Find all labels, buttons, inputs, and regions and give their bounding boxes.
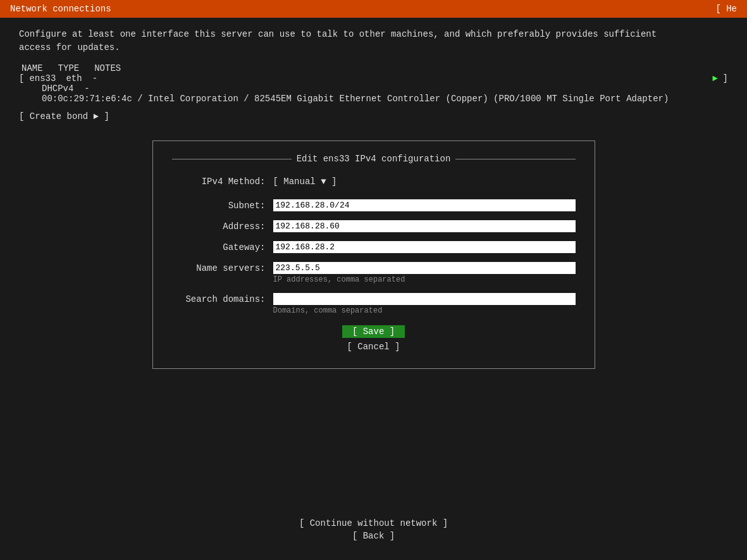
address-row: Address:	[172, 220, 576, 232]
back-label: [ Back ]	[352, 531, 395, 541]
method-label: IPv4 Method:	[172, 177, 273, 187]
searchdomains-field-wrap: Domains, comma separated	[273, 293, 576, 315]
searchdomains-row: Search domains: Domains, comma separated	[172, 293, 576, 315]
table-header: NAME TYPE NOTES	[19, 63, 728, 73]
interface-notes: -	[92, 73, 97, 84]
address-label: Address:	[172, 220, 273, 232]
continue-label: [ Continue without network ]	[299, 518, 448, 528]
subnet-label: Subnet:	[172, 199, 273, 211]
nameservers-hint: IP addresses, comma separated	[273, 275, 576, 284]
nameservers-row: Name servers: IP addresses, comma separa…	[172, 262, 576, 284]
dhcp-label: DHCPv4	[42, 84, 73, 94]
subnet-row: Subnet:	[172, 199, 576, 211]
title-bar: Network connections [ He	[0, 0, 747, 18]
dialog-title-text: Edit ens33 IPv4 configuration	[297, 154, 451, 164]
nameservers-field-wrap: IP addresses, comma separated	[273, 262, 576, 284]
dhcp-row: DHCPv4 -	[19, 84, 728, 94]
help-button[interactable]: [ He	[715, 4, 737, 14]
col-type: TYPE	[58, 63, 80, 73]
col-notes: NOTES	[94, 63, 121, 73]
description-line2: access for updates.	[19, 41, 728, 54]
interface-row[interactable]: [ ens33 eth - ► ]	[19, 73, 728, 84]
save-label: [ Save ]	[352, 327, 395, 337]
cancel-label: [ Cancel ]	[347, 342, 400, 352]
gateway-row: Gateway:	[172, 241, 576, 253]
gateway-label: Gateway:	[172, 241, 273, 252]
interface-type: eth	[66, 73, 82, 84]
address-field-wrap	[273, 220, 576, 232]
create-bond-label: [ Create bond ► ]	[19, 111, 109, 121]
app-title: Network connections	[10, 4, 111, 14]
address-input[interactable]	[273, 220, 576, 232]
create-bond-button[interactable]: [ Create bond ► ]	[19, 111, 728, 121]
subnet-input[interactable]	[273, 199, 576, 211]
dhcp-value: -	[84, 84, 89, 94]
method-row: IPv4 Method: [ Manual ▼ ]	[172, 177, 576, 187]
mac-row: 00:0c:29:71:e6:4c / Intel Corporation / …	[19, 94, 728, 104]
row-bracket-open: [	[19, 73, 24, 84]
row-bracket-close: ]	[723, 73, 728, 84]
ipv4-dialog: Edit ens33 IPv4 configuration IPv4 Metho…	[152, 140, 595, 369]
back-button[interactable]: [ Back ]	[352, 531, 395, 541]
method-close: ]	[331, 177, 336, 187]
nameservers-label: Name servers:	[172, 262, 273, 273]
searchdomains-label: Search domains:	[172, 293, 273, 304]
gateway-field-wrap	[273, 241, 576, 253]
searchdomains-input[interactable]	[273, 293, 576, 305]
nameservers-input[interactable]	[273, 262, 576, 274]
network-table: NAME TYPE NOTES [ ens33 eth - ► ] DHCPv4…	[19, 63, 728, 104]
method-arrow: ▼	[321, 177, 326, 187]
description-line1: Configure at least one interface this se…	[19, 28, 728, 41]
col-name: NAME	[22, 63, 43, 73]
dialog-buttons: [ Save ] [ Cancel ]	[172, 325, 576, 353]
subnet-field-wrap	[273, 199, 576, 211]
expand-arrow: ►	[712, 73, 717, 84]
method-value[interactable]: [ Manual	[273, 177, 316, 187]
bottom-buttons: [ Continue without network ] [ Back ]	[0, 518, 747, 541]
save-button[interactable]: [ Save ]	[342, 325, 405, 338]
gateway-input[interactable]	[273, 241, 576, 253]
interface-name: ens33	[29, 73, 56, 84]
searchdomains-hint: Domains, comma separated	[273, 306, 576, 315]
continue-without-network-button[interactable]: [ Continue without network ]	[299, 518, 448, 528]
description-text: Configure at least one interface this se…	[19, 28, 728, 54]
cancel-button[interactable]: [ Cancel ]	[336, 340, 410, 353]
dialog-title-row: Edit ens33 IPv4 configuration	[172, 154, 576, 164]
mac-address: 00:0c:29:71:e6:4c / Intel Corporation / …	[42, 94, 669, 104]
